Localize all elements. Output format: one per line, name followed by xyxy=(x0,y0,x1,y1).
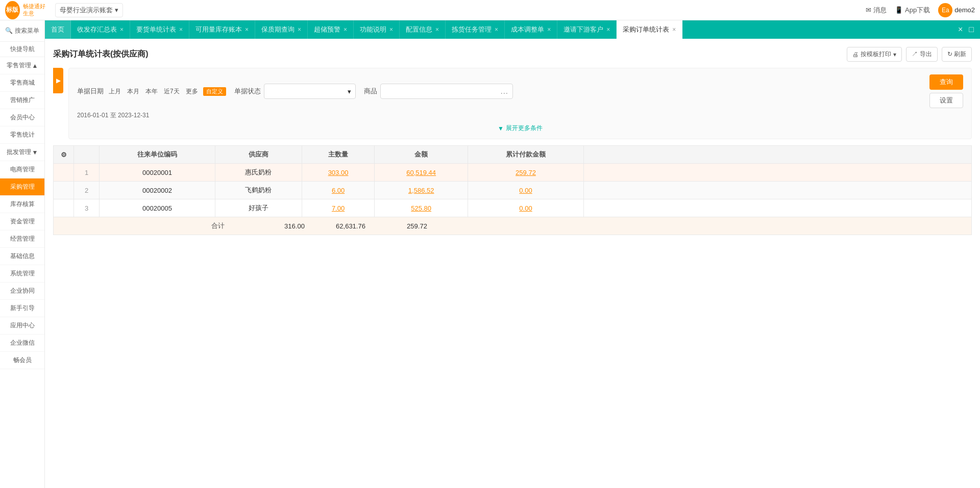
app-download-action[interactable]: 📱 App下载 xyxy=(895,6,930,15)
tab-over-stock[interactable]: 超储预警 × xyxy=(308,20,354,39)
tab-close-icon[interactable]: × xyxy=(547,26,551,33)
sidebar-item-app-center[interactable]: 应用中心 xyxy=(0,317,44,335)
page-title: 采购订单统计表(按供应商) xyxy=(53,49,149,60)
cell-supplier-name: 飞鹤奶粉 xyxy=(215,182,302,199)
tab-expiry-query[interactable]: 保质期查询 × xyxy=(255,20,308,39)
tab-label: 要货单统计表 xyxy=(136,25,176,34)
sidebar-item-label: 营销推广 xyxy=(10,96,35,104)
sidebar-item-operation[interactable]: 经营管理 xyxy=(0,230,44,248)
tab-close-icon[interactable]: × xyxy=(298,26,301,33)
tab-pick-task[interactable]: 拣货任务管理 × xyxy=(446,20,505,39)
sidebar-item-label: 电商管理 xyxy=(10,166,35,173)
sidebar-item-enterprise-wechat[interactable]: 企业微信 xyxy=(0,335,44,352)
print-button[interactable]: 🖨 按模板打印 ▾ xyxy=(847,47,902,62)
sidebar-item-member2[interactable]: 畅会员 xyxy=(0,352,44,369)
tab-close-icon[interactable]: × xyxy=(435,26,439,33)
close-all-tabs-button[interactable]: × xyxy=(956,24,965,35)
tab-purchase-summary[interactable]: 要货单统计表 × xyxy=(130,20,189,39)
settings-button[interactable]: 设置 xyxy=(929,93,963,108)
table-row: 2 00020002 飞鹤奶粉 6.00 1,586.52 0.00 xyxy=(54,182,972,199)
tab-purchase-order-summary[interactable]: 采购订单统计表 × xyxy=(617,20,682,39)
tab-cost-adjust[interactable]: 成本调整单 × xyxy=(505,20,557,39)
quick-nav-button[interactable]: 快捷导航 xyxy=(0,42,44,57)
chevron-down-icon: ▾ xyxy=(893,51,896,58)
user-action[interactable]: Ea demo2 xyxy=(938,3,975,17)
cell-amount[interactable]: 1,586.52 xyxy=(375,182,468,199)
cell-supplier-name: 好孩子 xyxy=(215,199,302,217)
tab-close-icon[interactable]: × xyxy=(389,26,393,33)
sidebar-item-new-guide[interactable]: 新手引导 xyxy=(0,300,44,317)
cell-paid-amount[interactable]: 259.72 xyxy=(468,164,583,182)
footer-amount: 62,631.76 xyxy=(320,222,381,230)
cell-amount[interactable]: 525.80 xyxy=(375,199,468,217)
sidebar-item-purchase[interactable]: 采购管理 xyxy=(0,178,44,196)
status-select[interactable]: ▾ xyxy=(264,84,356,99)
message-action[interactable]: ✉ 消息 xyxy=(866,6,887,15)
cell-amount[interactable]: 60,519.44 xyxy=(375,164,468,182)
tab-function-desc[interactable]: 功能说明 × xyxy=(354,20,400,39)
tab-close-icon[interactable]: × xyxy=(344,26,347,33)
settings-icon[interactable]: ⚙ xyxy=(61,151,67,159)
shortcut-7-days[interactable]: 近7天 xyxy=(162,86,182,97)
cell-main-qty[interactable]: 6.00 xyxy=(302,182,375,199)
shortcut-this-month[interactable]: 本月 xyxy=(125,86,141,97)
shortcut-more[interactable]: 更多 xyxy=(184,86,200,97)
expand-conditions-button[interactable]: ▼ 展开更多条件 xyxy=(498,124,543,133)
tab-available-stock[interactable]: 可用量库存账本 × xyxy=(189,20,255,39)
tab-invite-customer[interactable]: 邀请下游客户 × xyxy=(557,20,617,39)
filter-toggle-button[interactable]: ▶ xyxy=(53,68,63,93)
cell-paid-amount[interactable]: 0.00 xyxy=(468,199,583,217)
workspace-selector[interactable]: 母婴行业演示账套 ▾ xyxy=(55,3,123,17)
tab-close-icon[interactable]: × xyxy=(120,26,124,33)
sidebar-item-finance[interactable]: 资金管理 xyxy=(0,213,44,230)
export-button[interactable]: ↗ 导出 xyxy=(906,47,937,62)
cell-supplier-code: 00020005 xyxy=(100,199,215,217)
tab-close-icon[interactable]: × xyxy=(606,26,610,33)
shortcut-this-year[interactable]: 本年 xyxy=(143,86,160,97)
col-extra xyxy=(584,146,972,164)
date-from-label: 2016-01-01 xyxy=(77,112,108,119)
tab-close-icon[interactable]: × xyxy=(672,26,676,33)
sidebar-item-inventory[interactable]: 库存核算 xyxy=(0,196,44,213)
sidebar-item-marketing[interactable]: 营销推广 xyxy=(0,92,44,109)
search-menu-button[interactable]: 🔍 搜索菜单 xyxy=(3,24,41,37)
sidebar-item-label: 企业协同 xyxy=(10,287,35,294)
goods-input[interactable]: … xyxy=(380,84,513,99)
sidebar-item-system[interactable]: 系统管理 xyxy=(0,265,44,282)
tab-home[interactable]: 首页 xyxy=(45,20,71,39)
tab-close-icon[interactable]: × xyxy=(179,26,183,33)
sidebar-item-member[interactable]: 会员中心 xyxy=(0,109,44,126)
cell-main-qty[interactable]: 7.00 xyxy=(302,199,375,217)
tab-close-icon[interactable]: × xyxy=(245,26,249,33)
expand-row: ▼ 展开更多条件 xyxy=(77,124,963,133)
refresh-button[interactable]: ↻ 刷新 xyxy=(942,47,972,62)
goods-more-icon[interactable]: … xyxy=(500,87,508,96)
cell-main-qty[interactable]: 303.00 xyxy=(302,164,375,182)
col-settings[interactable]: ⚙ xyxy=(54,146,74,164)
chevron-down-icon: ▾ xyxy=(115,6,118,14)
cell-paid-amount[interactable]: 0.00 xyxy=(468,182,583,199)
sidebar-item-label: 畅会员 xyxy=(13,356,32,364)
quick-nav-label: 快捷导航 xyxy=(10,45,35,53)
sidebar-item-ecommerce[interactable]: 电商管理 xyxy=(0,161,44,178)
table-row: 3 00020005 好孩子 7.00 525.80 0.00 xyxy=(54,199,972,217)
message-icon: ✉ xyxy=(866,6,871,14)
cell-settings xyxy=(54,199,74,217)
sidebar-item-wholesale[interactable]: 批发管理 ▼ xyxy=(0,144,44,161)
sidebar-item-label: 零售统计 xyxy=(10,131,35,138)
table-body: 1 00020001 惠氏奶粉 303.00 60,519.44 259.72 xyxy=(54,164,972,217)
sidebar-item-enterprise-collab[interactable]: 企业协同 xyxy=(0,282,44,300)
col-paid-amount: 累计付款金额 xyxy=(468,146,583,164)
shortcut-last-month[interactable]: 上月 xyxy=(107,86,123,97)
sidebar-item-retail-shop[interactable]: 零售商城 xyxy=(0,74,44,92)
tab-close-icon[interactable]: × xyxy=(495,26,498,33)
tab-collect-pay[interactable]: 收发存汇总表 × xyxy=(71,20,130,39)
tab-label: 可用量库存账本 xyxy=(195,25,242,34)
maximize-button[interactable]: □ xyxy=(967,24,976,35)
custom-date-tag[interactable]: 自定义 xyxy=(203,87,226,96)
sidebar-item-basic[interactable]: 基础信息 xyxy=(0,248,44,265)
sidebar-item-retail[interactable]: 零售管理 ▲ xyxy=(0,57,44,74)
sidebar-item-retail-stat[interactable]: 零售统计 xyxy=(0,126,44,144)
tab-config-info[interactable]: 配置信息 × xyxy=(400,20,446,39)
query-button[interactable]: 查询 xyxy=(929,74,963,90)
